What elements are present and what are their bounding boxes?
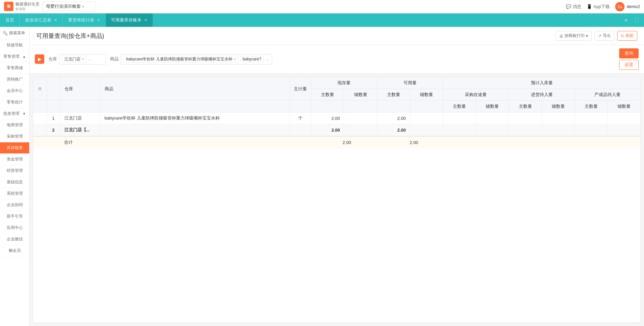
data-table: ⚙ 仓库 商品 主计量 现存量 可用量 预计入库量 主数量 辅数量 主数量 [33, 77, 640, 136]
th-inbound-aux-qty: 辅数量 [542, 101, 575, 112]
sidebar-item-marketing[interactable]: 营销推广 [0, 74, 29, 85]
product-input[interactable]: babycare学饮杯 儿童防摔防撞吸管杯重力球吸嘴杯宝宝水杯 × babyca… [121, 54, 272, 64]
table-body: 1江北门店babycare学饮杯 儿童防摔防撞吸管杯重力球吸嘴杯宝宝水杯个2.0… [33, 112, 640, 136]
table-row: 1江北门店babycare学饮杯 儿童防摔防撞吸管杯重力球吸嘴杯宝宝水杯个2.0… [33, 112, 640, 124]
nav-tabs: 首页 收发存汇总表 ✕ 要货单统计表 ✕ 可用量库存账本 ✕ ✕ ⛶ [0, 13, 644, 27]
table-container: ⚙ 仓库 商品 主计量 现存量 可用量 预计入库量 主数量 辅数量 主数量 [33, 77, 641, 323]
th-production-label: 产成品待入量 [575, 89, 640, 101]
download-icon: 📱 [587, 4, 592, 9]
sidebar-item-operation[interactable]: 经营管理 [0, 165, 29, 177]
sidebar-item-basic[interactable]: 基础信息 [0, 177, 29, 188]
product-tag1-remove[interactable]: × [234, 57, 236, 61]
th-inbound-main-qty: 主数量 [509, 101, 542, 112]
content-area: 可用量查询(按仓库+商品) 🖨 按模板打印 ▾ ↗ 导出 ↻ 刷新 [30, 27, 644, 326]
product-tag2: babycare? [240, 56, 264, 62]
sidebar-item-member[interactable]: 会员中心 [0, 85, 29, 97]
arrow-right-icon: ▶ [38, 56, 42, 62]
sidebar-item-quicknav[interactable]: 快捷导航 [0, 40, 29, 51]
search-icon: 🔍 [3, 31, 8, 36]
sidebar-item-newguide[interactable]: 新手引导 [0, 211, 29, 222]
th-purchase-main-qty: 主数量 [443, 101, 476, 112]
sidebar-item-wholesale[interactable]: 批发管理 ▼ [0, 108, 29, 120]
sidebar-item-wechat[interactable]: 企业微信 [0, 234, 29, 245]
tab-home[interactable]: 首页 [0, 13, 20, 27]
filter-bar: ▶ 仓库 江北门店 × ... 商品 babycare学饮杯 儿童防摔防撞吸管杯… [30, 45, 644, 74]
print-icon: 🖨 [559, 34, 563, 38]
product-more[interactable]: ... [266, 57, 269, 61]
user-avatar: Ea [615, 2, 625, 11]
sidebar-item-ecommerce[interactable]: 电商管理 [0, 120, 29, 131]
sidebar-item-retail-mall[interactable]: 零售商城 [0, 62, 29, 74]
table-footer: 合计 2.00 2.00 [33, 136, 640, 148]
warehouse-label: 仓库 [48, 56, 57, 62]
th-current-main-qty: 主数量 [311, 89, 344, 101]
th-settings[interactable]: ⚙ [33, 77, 47, 101]
th-product: 商品 [100, 77, 290, 101]
tab-income-close[interactable]: ✕ [54, 18, 57, 22]
th-available-main-qty: 主数量 [377, 89, 410, 101]
filter-toggle-button[interactable]: ▶ [35, 54, 44, 64]
sidebar-item-enterprise[interactable]: 企业协同 [0, 199, 29, 211]
page-actions: 🖨 按模板打印 ▾ ↗ 导出 ↻ 刷新 [555, 31, 637, 41]
user-info[interactable]: Ea demo2 [615, 2, 640, 11]
download-button[interactable]: 📱 App下载 [587, 4, 610, 10]
sidebar-item-purchase[interactable]: 采购管理 [0, 131, 29, 142]
th-main-unit: 主计量 [290, 77, 311, 101]
th-planned: 预计入库量 [443, 77, 640, 89]
sidebar-item-member2[interactable]: 畅会员 [0, 245, 29, 257]
search-menu-button[interactable]: 🔍 搜索菜单 [0, 27, 29, 40]
settings-icon[interactable]: ⚙ [38, 86, 42, 91]
sidebar: 🔍 搜索菜单 快捷导航 零售管理 ▲ 零售商城 营销推广 会员中心 零售统计 批… [0, 27, 30, 326]
th-purchase-aux-qty: 辅数量 [476, 101, 509, 112]
print-button[interactable]: 🖨 按模板打印 ▾ [555, 31, 592, 41]
app-name: 畅捷通好生意 [15, 2, 40, 6]
tab-available-close[interactable]: ✕ [144, 18, 147, 22]
th-available-aux-qty: 辅数量 [410, 89, 443, 101]
logo-area: 畅 畅捷通好生意 标准版 [4, 2, 40, 11]
warehouse-input[interactable]: 江北门店 × ... [59, 54, 106, 64]
top-bar-right: 💬 消息 📱 App下载 Ea demo2 [566, 2, 640, 11]
sidebar-item-appcenter[interactable]: 应用中心 [0, 222, 29, 234]
th-production-aux-qty: 辅数量 [607, 101, 640, 112]
tab-actions: ✕ ⛶ [621, 15, 644, 25]
logo-text: 畅 [7, 4, 10, 9]
refresh-icon: ↻ [621, 34, 624, 38]
th-production-main-qty: 主数量 [575, 101, 607, 112]
sidebar-item-finance[interactable]: 资金管理 [0, 154, 29, 165]
export-icon: ↗ [598, 34, 601, 38]
expand-button[interactable]: ⛶ [632, 15, 641, 25]
sidebar-item-system[interactable]: 系统管理 [0, 188, 29, 199]
export-button[interactable]: ↗ 导出 [594, 31, 614, 41]
totals-label: 合计 [64, 139, 104, 145]
query-button[interactable]: 查询 [619, 48, 639, 58]
user-name: demo2 [627, 4, 640, 9]
tab-income[interactable]: 收发存汇总表 ✕ [20, 13, 63, 27]
th-inbound-label: 进货待入量 [509, 89, 575, 101]
sidebar-item-retail-stats[interactable]: 零售统计 [0, 97, 29, 108]
chevron-down-icon: ▼ [22, 112, 26, 115]
page-header: 可用量查询(按仓库+商品) 🖨 按模板打印 ▾ ↗ 导出 ↻ 刷新 [30, 27, 644, 45]
tab-order[interactable]: 要货单统计表 ✕ [63, 13, 106, 27]
product-filter-group: 商品 babycare学饮杯 儿童防摔防撞吸管杯重力球吸嘴杯宝宝水杯 × bab… [110, 54, 272, 64]
app-logo: 畅 [4, 2, 13, 11]
th-index [47, 77, 60, 101]
org-name: 母婴行业演示账套 [46, 3, 81, 9]
warehouse-tag-remove[interactable]: × [82, 57, 84, 61]
tab-available[interactable]: 可用量库存账本 ✕ [106, 13, 153, 27]
close-all-button[interactable]: ✕ [621, 15, 631, 25]
message-icon: 💬 [566, 4, 571, 9]
tab-order-close[interactable]: ✕ [97, 18, 100, 22]
setting-button[interactable]: 设置 [619, 60, 639, 70]
sidebar-item-inventory[interactable]: 库存核算 [0, 142, 29, 154]
refresh-button[interactable]: ↻ 刷新 [617, 31, 637, 41]
chevron-down-icon: ▾ [586, 34, 588, 38]
chevron-up-icon: ▲ [22, 55, 26, 58]
th-warehouse: 仓库 [60, 77, 100, 101]
org-selector[interactable]: 母婴行业演示账套 ▾ [42, 2, 96, 11]
chevron-down-icon: ▾ [82, 5, 84, 8]
warehouse-more[interactable]: ... [88, 57, 92, 61]
product-tag1: babycare学饮杯 儿童防摔防撞吸管杯重力球吸嘴杯宝宝水杯 × [124, 56, 238, 63]
sidebar-item-retail[interactable]: 零售管理 ▲ [0, 51, 29, 62]
totals-available-main-qty: 2.00 [397, 140, 431, 145]
message-button[interactable]: 💬 消息 [566, 4, 581, 10]
